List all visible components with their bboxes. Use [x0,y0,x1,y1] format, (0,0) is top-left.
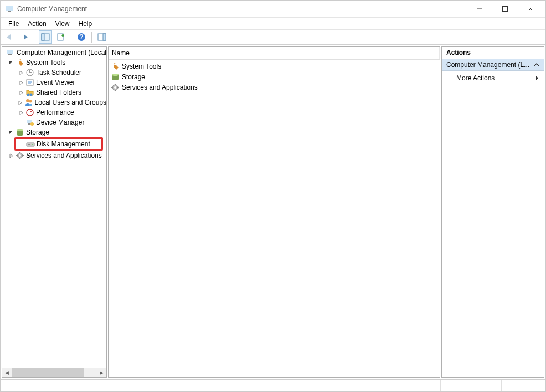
svg-rect-8 [42,34,44,40]
window-title: Computer Management [17,5,467,13]
actions-group-label: Computer Management (L... [446,61,529,69]
expand-icon[interactable] [18,99,23,106]
expand-icon[interactable] [18,69,24,76]
list-item-label: Services and Applications [122,84,198,91]
tree-local-users[interactable]: Local Users and Groups [2,97,106,107]
status-segment [501,380,545,391]
performance-icon [25,108,34,117]
tree-scrollbar[interactable]: ◀ ▶ [2,368,106,377]
export-list-button[interactable] [54,30,68,44]
collapse-icon[interactable] [8,59,14,66]
tree-label: Shared Folders [36,89,81,96]
status-segment [1,380,440,391]
svg-point-46 [114,63,116,65]
list-header: Name [109,47,440,60]
expand-icon[interactable] [18,89,24,96]
toolbar-separator [71,32,71,43]
scroll-track[interactable] [12,368,97,377]
tree-device-manager[interactable]: Device Manager [2,117,106,127]
tree-shared-folders[interactable]: Shared Folders [2,87,106,97]
forward-button[interactable] [18,30,32,44]
tools-icon [111,62,120,71]
tree-disk-management[interactable]: Disk Management [16,139,101,149]
shared-folder-icon [25,88,34,97]
menu-action[interactable]: Action [23,19,50,29]
svg-point-38 [32,144,33,145]
scroll-thumb[interactable] [12,368,84,377]
svg-point-50 [114,86,116,89]
minimize-button[interactable] [467,1,492,17]
list-item-system-tools[interactable]: System Tools [109,61,440,71]
menu-help[interactable]: Help [74,19,97,29]
svg-rect-44 [16,155,18,156]
computer-icon [6,48,15,57]
list-body: System Tools Storage Services and Applic… [109,60,440,377]
tree-label: Device Manager [36,118,84,126]
scroll-right-button[interactable]: ▶ [97,368,106,377]
show-hide-action-pane-button[interactable] [95,30,109,44]
actions-more[interactable]: More Actions [442,71,544,85]
chevron-right-icon [535,75,539,81]
status-segment [440,380,501,391]
actions-more-label: More Actions [456,74,495,82]
list-item-services-apps[interactable]: Services and Applications [109,82,440,92]
tree-root[interactable]: Computer Management (Local [2,48,106,58]
event-icon [25,78,34,87]
list-item-label: Storage [122,73,145,81]
toolbar: ? [1,29,545,45]
expand-icon[interactable] [18,109,24,116]
tree-panel: Computer Management (Local System Tools … [2,46,107,378]
app-icon [5,4,14,13]
expand-icon[interactable] [18,79,24,86]
close-button[interactable] [518,1,543,17]
device-icon [25,118,34,127]
svg-rect-45 [22,155,24,156]
maximize-button[interactable] [492,1,518,17]
tree-event-viewer[interactable]: Event Viewer [2,78,106,87]
scroll-left-button[interactable]: ◀ [2,368,12,377]
storage-icon [16,128,24,137]
tree: Computer Management (Local System Tools … [2,47,106,368]
list-panel: Name System Tools Storage Services and A… [108,46,440,378]
svg-rect-53 [111,87,113,88]
tree-system-tools[interactable]: System Tools [2,58,106,68]
back-button[interactable] [3,30,16,44]
tree-label: Local Users and Groups [35,99,106,106]
list-item-storage[interactable]: Storage [109,71,440,82]
users-icon [24,98,33,107]
storage-icon [111,73,120,81]
expand-icon[interactable] [8,152,14,159]
collapse-icon[interactable] [8,129,14,136]
svg-rect-2 [8,11,11,12]
column-blank[interactable] [352,47,440,59]
menu-view[interactable]: View [51,19,74,29]
actions-header: Actions [442,47,544,59]
tree-task-scheduler[interactable]: Task Scheduler [2,68,106,78]
help-button[interactable]: ? [75,30,88,44]
svg-rect-43 [19,158,20,159]
tree-label: Computer Management (Local [17,49,106,56]
collapse-up-icon [534,63,539,67]
svg-rect-42 [19,152,20,153]
svg-rect-51 [115,84,116,85]
tree-services-apps[interactable]: Services and Applications [2,151,106,161]
svg-text:?: ? [79,33,83,41]
show-hide-tree-button[interactable] [39,30,52,44]
menu-file[interactable]: File [4,19,23,29]
svg-rect-33 [28,123,30,125]
tree-label: Storage [26,128,49,136]
column-name[interactable]: Name [109,47,352,59]
tree-label: System Tools [26,59,65,66]
tree-storage[interactable]: Storage [2,127,106,137]
services-icon [16,151,24,160]
svg-rect-52 [115,90,116,91]
tree-label: Task Scheduler [36,69,81,76]
statusbar [1,379,545,391]
svg-rect-13 [103,34,106,40]
services-icon [111,83,120,92]
titlebar: Computer Management [1,1,545,17]
clock-icon [25,68,34,77]
tree-performance[interactable]: Performance [2,107,106,117]
disk-icon [26,140,35,148]
actions-group[interactable]: Computer Management (L... [442,59,544,71]
